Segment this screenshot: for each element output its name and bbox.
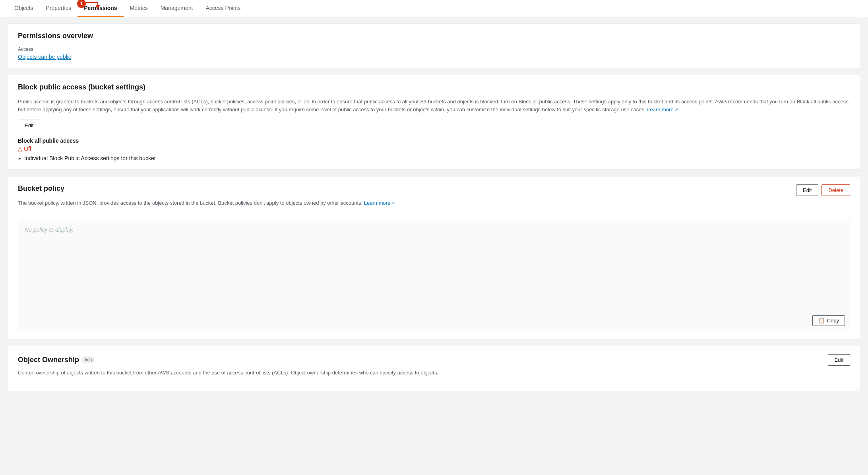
copy-button[interactable]: 📋 Copy — [812, 315, 845, 326]
policy-display-area: No policy to display. 📋 Copy — [18, 220, 850, 331]
block-public-access-description: Public access is granted to buckets and … — [18, 98, 850, 113]
object-ownership-info-badge[interactable]: Info — [82, 357, 94, 363]
bucket-policy-edit-button[interactable]: Edit — [796, 184, 818, 196]
bucket-policy-delete-button[interactable]: Delete — [822, 184, 850, 196]
main-content: Permissions overview Access Objects can … — [0, 23, 868, 391]
objects-can-be-public-link[interactable]: Objects can be public — [18, 54, 71, 60]
object-ownership-header: Object Ownership Info Edit — [18, 354, 850, 366]
object-ownership-title: Object Ownership — [18, 356, 79, 364]
tab-properties[interactable]: Properties — [39, 0, 78, 17]
tabs-bar: 1 Objects Properties Permissions Metrics… — [0, 0, 868, 17]
tab-management[interactable]: Management — [154, 0, 200, 17]
object-ownership-edit-button[interactable]: Edit — [828, 354, 850, 366]
no-policy-text: No policy to display. — [25, 227, 74, 233]
bucket-policy-card: Bucket policy The bucket policy, written… — [8, 176, 860, 339]
permissions-overview-title: Permissions overview — [18, 32, 850, 40]
individual-block-expand[interactable]: ► Individual Block Public Access setting… — [18, 155, 850, 161]
block-public-access-title: Block public access (bucket settings) — [18, 83, 850, 91]
expand-triangle-icon: ► — [18, 156, 22, 161]
bucket-policy-actions: Edit Delete — [796, 184, 850, 196]
bucket-policy-header: Bucket policy The bucket policy, written… — [18, 184, 850, 213]
access-label: Access — [18, 47, 850, 52]
block-all-status-row: △ Off — [18, 145, 850, 152]
block-public-access-edit-button[interactable]: Edit — [18, 120, 40, 131]
bucket-policy-header-left: Bucket policy The bucket policy, written… — [18, 184, 395, 213]
warning-icon: △ — [18, 145, 22, 152]
permissions-overview-card: Permissions overview Access Objects can … — [8, 23, 860, 68]
tab-metrics[interactable]: Metrics — [124, 0, 154, 17]
bucket-policy-title: Bucket policy — [18, 184, 395, 193]
tab-objects[interactable]: Objects — [8, 0, 39, 17]
bucket-policy-learn-more[interactable]: Learn more↗ — [364, 200, 395, 206]
individual-block-label: Individual Block Public Access settings … — [24, 155, 156, 161]
object-ownership-description: Control ownership of objects written to … — [18, 369, 850, 377]
copy-button-area: 📋 Copy — [812, 315, 845, 326]
block-public-access-card: Block public access (bucket settings) Pu… — [8, 75, 860, 170]
block-all-status: Off — [24, 145, 31, 152]
block-public-access-learn-more[interactable]: Learn more↗ — [647, 107, 678, 112]
copy-icon: 📋 — [818, 318, 825, 324]
block-all-label: Block all public access — [18, 138, 850, 144]
bucket-policy-description: The bucket policy, written in JSON, prov… — [18, 199, 395, 207]
object-ownership-card: 2 Object Ownership Info Edit Control own… — [8, 346, 860, 392]
tab-access-points[interactable]: Access Points — [199, 0, 247, 17]
ownership-title-row: Object Ownership Info — [18, 356, 94, 364]
